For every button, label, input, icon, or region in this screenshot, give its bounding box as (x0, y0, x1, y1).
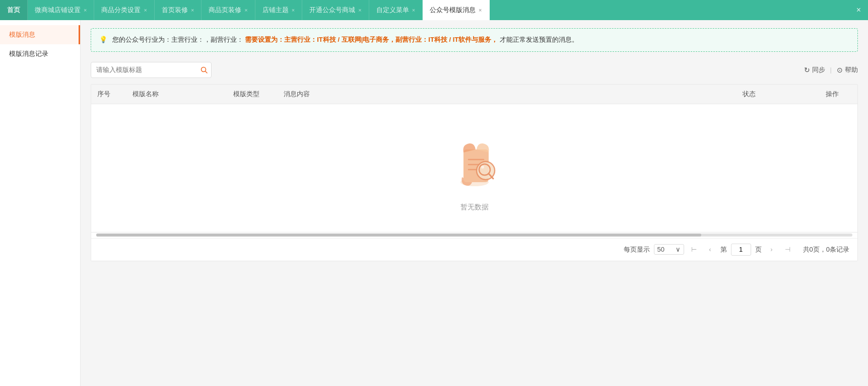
tab-shop-settings-label: 微商城店铺设置 (35, 6, 81, 15)
th-action-label: 操作 (826, 90, 839, 98)
sidebar-item-template-message-label: 模版消息 (9, 31, 35, 38)
tab-template-message[interactable]: 公众号模版消息 × (423, 0, 489, 20)
th-name-label: 模版名称 (132, 90, 159, 98)
th-status-label: 状态 (743, 90, 756, 98)
sync-button[interactable]: ↻ 同步 (804, 65, 825, 74)
total-info: 共0页，0条记录 (803, 245, 849, 254)
help-button[interactable]: ⊙ 帮助 (837, 65, 858, 74)
tab-shop-theme[interactable]: 店铺主题 × (255, 0, 302, 20)
tab-home-decoration-close[interactable]: × (191, 8, 194, 13)
tab-home-decoration[interactable]: 首页装修 × (155, 0, 202, 20)
tab-template-message-label: 公众号模版消息 (430, 6, 476, 15)
sidebar-item-template-message-record[interactable]: 模版消息记录 (0, 44, 80, 63)
tab-category-settings[interactable]: 商品分类设置 × (94, 0, 154, 20)
help-label: 帮助 (845, 65, 858, 74)
empty-state: 暂无数据 (91, 104, 857, 232)
scrollbar-thumb (96, 234, 701, 237)
th-action: 操作 (807, 85, 857, 104)
tab-open-mall-close[interactable]: × (358, 8, 361, 13)
top-nav: 首页 微商城店铺设置 × 商品分类设置 × 首页装修 × 商品页装修 × 店铺主… (0, 0, 868, 20)
main-layout: 模版消息 模版消息记录 💡 您的公众号行业为：主营行业：，副营行业： 需要设置为… (0, 20, 868, 386)
search-icon (201, 66, 208, 73)
pagination: 每页显示 50 ∨ ⊢ ‹ 第 页 › ⊣ 共0页，0条记录 (91, 238, 857, 261)
tab-home[interactable]: 首页 (0, 0, 28, 20)
search-button[interactable] (201, 66, 208, 73)
page-label-before: 第 (720, 245, 727, 254)
tab-home-decoration-label: 首页装修 (162, 6, 188, 15)
nav-close-all-button[interactable]: × (849, 0, 868, 20)
toolbar-divider: | (830, 66, 832, 73)
notice-highlight: 需要设置为：主营行业：IT科技 / 互联网|电子商务，副营行业：IT科技 / I… (245, 36, 498, 43)
th-status: 状态 (737, 85, 807, 104)
empty-text: 暂无数据 (460, 203, 489, 212)
help-circle-icon: ⊙ (837, 66, 843, 74)
search-input-wrap (91, 62, 212, 78)
prev-page-button[interactable]: ‹ (704, 244, 716, 256)
svg-point-10 (481, 166, 484, 169)
tab-product-decoration[interactable]: 商品页装修 × (202, 0, 255, 20)
page-number-input[interactable] (731, 244, 751, 256)
notice-box: 💡 您的公众号行业为：主营行业：，副营行业： 需要设置为：主营行业：IT科技 /… (91, 28, 858, 52)
tab-product-decoration-close[interactable]: × (244, 8, 247, 13)
empty-illustration (444, 134, 505, 195)
tab-shop-settings[interactable]: 微商城店铺设置 × (28, 0, 94, 20)
search-bar: ↻ 同步 | ⊙ 帮助 (91, 62, 858, 78)
main-content: 💡 您的公众号行业为：主营行业：，副营行业： 需要设置为：主营行业：IT科技 /… (81, 20, 868, 386)
tab-open-mall[interactable]: 开通公众号商城 × (302, 0, 369, 20)
tab-product-decoration-label: 商品页装修 (209, 6, 241, 15)
th-type: 模版类型 (227, 85, 278, 104)
per-page-label: 每页显示 (624, 245, 650, 254)
tab-shop-theme-label: 店铺主题 (262, 6, 289, 15)
data-table: 序号 模版名称 模版类型 消息内容 状态 操作 (91, 84, 858, 261)
th-content: 消息内容 (278, 85, 737, 104)
th-type-label: 模版类型 (233, 90, 259, 98)
table-header: 序号 模版名称 模版类型 消息内容 状态 操作 (91, 85, 857, 104)
sidebar-item-template-message[interactable]: 模版消息 (0, 25, 80, 44)
tab-template-message-close[interactable]: × (479, 8, 482, 13)
th-content-label: 消息内容 (284, 90, 310, 98)
sidebar: 模版消息 模版消息记录 (0, 20, 81, 386)
tab-home-label: 首页 (7, 6, 20, 15)
tab-shop-settings-close[interactable]: × (84, 8, 87, 13)
tab-category-settings-label: 商品分类设置 (101, 6, 141, 15)
svg-line-1 (206, 71, 208, 73)
tab-custom-menu[interactable]: 自定义菜单 × (369, 0, 423, 20)
dropdown-icon: ∨ (676, 246, 681, 253)
per-page-value: 50 (657, 246, 664, 253)
per-page-select[interactable]: 50 ∨ (654, 244, 684, 255)
last-page-button[interactable]: ⊣ (782, 244, 794, 256)
page-label-after: 页 (755, 245, 762, 254)
refresh-icon: ↻ (804, 66, 810, 74)
tab-shop-theme-close[interactable]: × (292, 8, 295, 13)
scrollbar-track (96, 234, 852, 237)
next-page-button[interactable]: › (766, 244, 778, 256)
first-page-button[interactable]: ⊢ (688, 244, 700, 256)
tab-custom-menu-close[interactable]: × (412, 8, 415, 13)
tab-custom-menu-label: 自定义菜单 (376, 6, 409, 15)
th-no-label: 序号 (97, 90, 110, 98)
tab-open-mall-label: 开通公众号商城 (309, 6, 355, 15)
sync-label: 同步 (812, 65, 825, 74)
th-name: 模版名称 (126, 85, 227, 104)
toolbar-right: ↻ 同步 | ⊙ 帮助 (804, 65, 858, 74)
horizontal-scrollbar[interactable] (91, 232, 857, 238)
notice-prefix: 您的公众号行业为：主营行业：，副营行业： (112, 36, 243, 43)
sidebar-item-template-message-record-label: 模版消息记录 (9, 50, 48, 57)
search-input[interactable] (91, 62, 212, 78)
th-no: 序号 (91, 85, 126, 104)
bulb-icon: 💡 (99, 36, 107, 43)
notice-suffix: 才能正常发送预置的消息。 (500, 36, 578, 43)
tab-category-settings-close[interactable]: × (144, 8, 147, 13)
